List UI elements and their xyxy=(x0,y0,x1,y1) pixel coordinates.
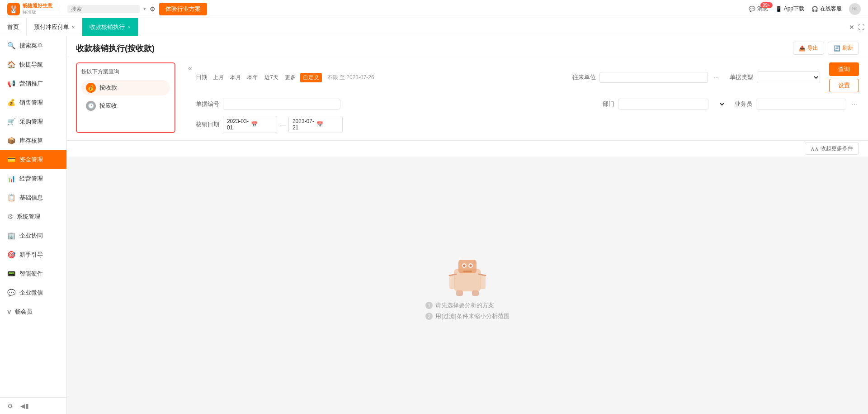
staff-field: 业务员 ··· xyxy=(735,99,859,109)
staff-label: 业务员 xyxy=(735,100,752,108)
query-button[interactable]: 查询 xyxy=(829,62,859,76)
tab-home[interactable]: 首页 xyxy=(0,18,27,36)
doc-no-input[interactable] xyxy=(223,99,340,109)
sidebar-item-inventory[interactable]: 📦 库存核算 xyxy=(0,131,66,150)
sidebar-item-finance[interactable]: 💳 资金管理 xyxy=(0,150,66,169)
empty-illustration xyxy=(440,251,495,296)
date-tabs: 上月 本月 本年 近7天 更多 自定义 xyxy=(211,73,322,82)
top-header: 🐰 畅捷通好生意 标准版 ▾ ⚙ 体验行业方案 💬 消息 99+ 📱 App下载… xyxy=(0,0,868,18)
collapse-sidebar-icon[interactable]: ◀▮ xyxy=(20,402,29,409)
verify-date-from-input[interactable]: 2023-03-01 📅 xyxy=(223,116,277,133)
finance-icon: 💳 xyxy=(7,156,16,164)
filter-row-1: 日期 上月 本月 本年 近7天 更多 自定义 不限 至 2023- xyxy=(196,62,859,92)
brand-text: 畅捷通好生意 标准版 xyxy=(23,2,52,15)
partner-dots[interactable]: ··· xyxy=(712,73,721,82)
quick-nav-icon: 🏠 xyxy=(7,61,16,69)
filter-row-2: 单据编号 部门 业务员 ··· xyxy=(196,99,859,109)
svg-text:🐰: 🐰 xyxy=(9,5,18,14)
verify-date-to-input[interactable]: 2023-07-21 📅 xyxy=(288,116,343,133)
setting-button[interactable]: 设置 xyxy=(829,79,859,92)
message-area[interactable]: 💬 消息 99+ xyxy=(749,5,768,13)
sidebar-item-basic-info[interactable]: 📋 基础信息 xyxy=(0,188,66,207)
tip-num-1: 1 xyxy=(425,302,433,309)
sidebar-item-quick-nav[interactable]: 🏠 快捷导航 xyxy=(0,55,66,74)
filter-option-by-receipt[interactable]: 💰 按收款 xyxy=(81,80,170,95)
staff-input[interactable] xyxy=(756,99,846,109)
collapse-more-button[interactable]: ∧∧ 收起更多条件 xyxy=(805,143,859,155)
collapse-left-button[interactable]: « xyxy=(184,64,196,72)
tab-prepay[interactable]: 预付冲应付单 × xyxy=(27,18,82,36)
date-tab-more[interactable]: 更多 xyxy=(283,73,297,82)
purchase-icon: 🛒 xyxy=(7,118,16,126)
expand-window-icon[interactable]: ⛶ xyxy=(858,24,864,31)
dept-select[interactable] xyxy=(712,99,726,109)
sidebar-item-enterprise[interactable]: 🏢 企业协同 xyxy=(0,226,66,245)
divider xyxy=(60,5,60,14)
svg-rect-9 xyxy=(449,276,455,289)
partner-input[interactable] xyxy=(599,72,708,83)
svg-point-6 xyxy=(463,264,466,266)
inventory-icon: 📦 xyxy=(7,137,16,145)
sidebar-item-business[interactable]: 📊 经营管理 xyxy=(0,169,66,188)
chevron-down-icon[interactable]: ▾ xyxy=(143,6,146,12)
system-icon: ⚙ xyxy=(7,213,13,221)
tab-receipt-verify[interactable]: 收款核销执行 × xyxy=(82,18,138,36)
date-no-limit: 不限 至 2023-07-26 xyxy=(327,74,374,81)
header-left: 🐰 畅捷通好生意 标准版 ▾ ⚙ 体验行业方案 xyxy=(7,2,207,15)
hardware-icon: 📟 xyxy=(7,270,16,278)
sidebar-item-search-menu[interactable]: 🔍 搜索菜单 xyxy=(0,36,66,55)
close-icon[interactable]: × xyxy=(72,24,75,30)
doc-type-select[interactable] xyxy=(757,71,820,83)
sidebar-bottom: ⚙ ◀▮ xyxy=(0,397,66,414)
settings-bottom-icon[interactable]: ⚙ xyxy=(7,402,13,409)
date-tab-custom[interactable]: 自定义 xyxy=(300,73,322,82)
sidebar-item-guide[interactable]: 🎯 新手引导 xyxy=(0,245,66,264)
empty-state: 1 请先选择要分析的方案 2 用[过滤]条件来缩小分析范围 xyxy=(67,157,868,414)
enterprise-icon: 🏢 xyxy=(7,232,16,240)
close-icon[interactable]: × xyxy=(127,24,130,30)
sidebar-item-member[interactable]: V 畅会员 xyxy=(0,302,66,321)
dept-input[interactable] xyxy=(618,99,708,109)
close-window-icon[interactable]: ✕ xyxy=(849,24,854,31)
content-area: 收款核销执行(按收款) 📤 导出 🔄 刷新 按以下方案查询 xyxy=(67,36,868,414)
dept-field: 部门 xyxy=(603,99,726,109)
date-tab-this-year[interactable]: 本年 xyxy=(245,73,260,82)
collapse-up-icon: ∧∧ xyxy=(811,146,819,152)
user-area[interactable]: Rit xyxy=(849,3,861,15)
date-tab-last-month[interactable]: 上月 xyxy=(211,73,226,82)
search-input[interactable] xyxy=(67,5,140,13)
avatar: Rit xyxy=(849,3,861,15)
range-dash: — xyxy=(280,121,286,128)
marketing-icon: 📢 xyxy=(7,80,16,88)
filter-row-3: 核销日期 2023-03-01 📅 — 2023-07-21 📅 xyxy=(196,116,859,133)
solution-button[interactable]: 体验行业方案 xyxy=(159,3,207,15)
svg-rect-12 xyxy=(472,290,479,296)
app-download[interactable]: 📱 App下载 xyxy=(775,5,804,13)
sales-icon: 💰 xyxy=(7,99,16,107)
date-tab-this-month[interactable]: 本月 xyxy=(228,73,243,82)
filter-option-by-receivable[interactable]: 🕐 按应收 xyxy=(81,98,170,114)
sidebar-item-purchase[interactable]: 🛒 采购管理 xyxy=(0,112,66,131)
sidebar-item-system[interactable]: ⚙ 系统管理 xyxy=(0,207,66,226)
refresh-button[interactable]: 🔄 刷新 xyxy=(828,42,859,55)
online-service[interactable]: 🎧 在线客服 xyxy=(811,5,842,13)
refresh-icon: 🔄 xyxy=(834,45,840,52)
calendar-to-icon[interactable]: 📅 xyxy=(316,121,339,128)
date-tab-7days[interactable]: 近7天 xyxy=(263,73,280,82)
calendar-from-icon[interactable]: 📅 xyxy=(251,121,273,128)
staff-dots[interactable]: ··· xyxy=(850,100,859,109)
page-title-row: 收款核销执行(按收款) 📤 导出 🔄 刷新 xyxy=(76,42,859,55)
export-icon: 📤 xyxy=(799,45,806,52)
export-button[interactable]: 📤 导出 xyxy=(793,42,824,55)
sidebar-item-marketing[interactable]: 📢 营销推广 xyxy=(0,74,66,93)
guide-icon: 🎯 xyxy=(7,251,16,259)
doc-type-field: 单据类型 xyxy=(730,71,820,83)
date-field: 日期 上月 本月 本年 近7天 更多 自定义 不限 至 2023- xyxy=(196,73,374,82)
filter-panel-title: 按以下方案查询 xyxy=(81,68,170,76)
gear-icon[interactable]: ⚙ xyxy=(150,5,156,13)
sidebar-item-sales[interactable]: 💰 销售管理 xyxy=(0,93,66,112)
sidebar-item-hardware[interactable]: 📟 智能硬件 xyxy=(0,264,66,283)
basic-info-icon: 📋 xyxy=(7,194,16,202)
sidebar-item-wechat[interactable]: 💬 企业微信 xyxy=(0,283,66,302)
svg-rect-8 xyxy=(463,271,472,272)
